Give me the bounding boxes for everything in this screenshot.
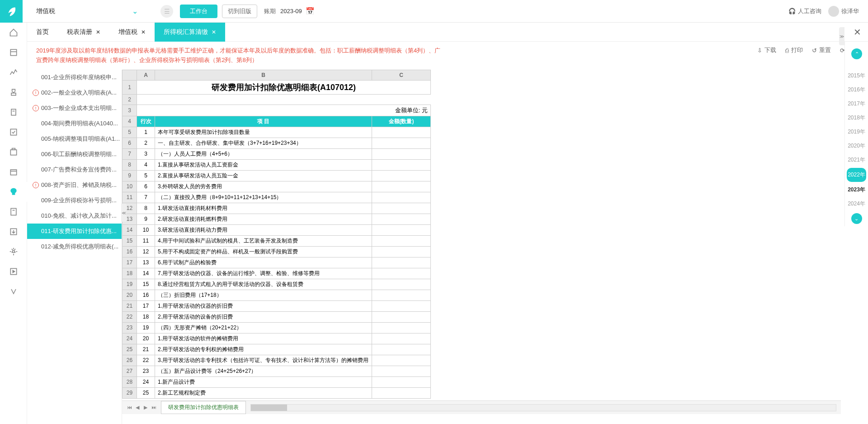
- amount-cell[interactable]: [372, 148, 431, 159]
- close-icon[interactable]: ✕: [141, 29, 146, 35]
- form-list-item[interactable]: 011-研发费用加计扣除优惠...: [27, 224, 122, 239]
- row-header[interactable]: 20: [123, 290, 137, 300]
- year-item[interactable]: 2020年: [845, 139, 868, 153]
- row-header[interactable]: 7: [123, 148, 137, 159]
- col-header[interactable]: B: [155, 70, 372, 80]
- amount-cell[interactable]: [372, 333, 431, 344]
- row-header[interactable]: 16: [123, 246, 137, 257]
- app-logo[interactable]: [0, 0, 23, 23]
- reset-button[interactable]: ↺重置: [812, 46, 831, 54]
- row-header[interactable]: 6: [123, 138, 137, 148]
- amount-cell[interactable]: [372, 387, 431, 398]
- amount-cell[interactable]: [372, 235, 431, 246]
- year-item[interactable]: 2022年: [847, 168, 866, 182]
- tab-home[interactable]: 首页: [27, 23, 58, 42]
- row-header[interactable]: 11: [123, 192, 137, 203]
- sheet-tab-active[interactable]: 研发费用加计扣除优惠明细表: [161, 401, 246, 414]
- year-item[interactable]: 2023年: [845, 183, 868, 197]
- row-header[interactable]: 5: [123, 127, 137, 138]
- tab-tax-list[interactable]: 税表清册✕: [58, 23, 109, 42]
- switch-old-button[interactable]: 切到旧版: [222, 5, 257, 18]
- amount-cell[interactable]: [372, 214, 431, 224]
- row-header[interactable]: 3: [123, 105, 137, 116]
- nav-check-icon[interactable]: [0, 122, 27, 142]
- row-header[interactable]: 14: [123, 224, 137, 235]
- row-header[interactable]: 28: [123, 376, 137, 387]
- col-header[interactable]: A: [137, 70, 155, 80]
- amount-cell[interactable]: [372, 376, 431, 387]
- row-header[interactable]: 1: [123, 80, 137, 94]
- calendar-icon[interactable]: 📅: [306, 7, 315, 15]
- form-list-item[interactable]: !008-资产折旧、摊销及纳税...: [27, 177, 122, 193]
- year-item[interactable]: 2016年: [845, 83, 868, 97]
- row-header[interactable]: 15: [123, 235, 137, 246]
- amount-cell[interactable]: [372, 344, 431, 355]
- download-button[interactable]: ⇩下载: [757, 46, 776, 54]
- nav-play-icon[interactable]: [0, 262, 27, 281]
- amount-cell[interactable]: [372, 138, 431, 148]
- form-list-item[interactable]: 006-职工薪酬纳税调整明细...: [27, 147, 122, 162]
- form-list-item[interactable]: 004-期间费用明细表(A1040...: [27, 116, 122, 131]
- row-header[interactable]: 26: [123, 355, 137, 366]
- form-list-item[interactable]: !002-一般企业收入明细表(A...: [27, 85, 122, 100]
- amount-cell[interactable]: [372, 257, 431, 268]
- row-header[interactable]: 2: [123, 94, 137, 105]
- tab-income-tax[interactable]: 所得税汇算清缴✕: [155, 23, 225, 42]
- year-down-icon[interactable]: ⌄: [851, 213, 862, 224]
- form-list-item[interactable]: 010-免税、减计收入及加计...: [27, 208, 122, 224]
- amount-cell[interactable]: [372, 355, 431, 366]
- form-list-item[interactable]: 005-纳税调整项目明细表(A1...: [27, 131, 122, 147]
- nav-calendar-icon[interactable]: [0, 162, 27, 182]
- year-item[interactable]: 2015年: [845, 69, 868, 83]
- row-header[interactable]: 9: [123, 170, 137, 181]
- nav-settings-icon[interactable]: [0, 242, 27, 262]
- amount-cell[interactable]: [372, 322, 431, 333]
- row-header[interactable]: 27: [123, 366, 137, 376]
- year-item[interactable]: 2024年: [845, 197, 868, 211]
- amount-cell[interactable]: [372, 224, 431, 235]
- amount-cell[interactable]: [372, 366, 431, 376]
- sheet-first-icon[interactable]: ⏮: [126, 405, 133, 410]
- form-list-item[interactable]: !003-一般企业成本支出明细...: [27, 100, 122, 116]
- chevron-down-icon[interactable]: ⌄: [132, 7, 138, 15]
- collapse-right-icon[interactable]: ≫: [839, 27, 844, 45]
- amount-cell[interactable]: [372, 203, 431, 214]
- tab-vat[interactable]: 增值税✕: [109, 23, 155, 42]
- nav-analytics-icon[interactable]: [0, 62, 27, 82]
- year-item[interactable]: 2019年: [845, 125, 868, 139]
- horizontal-scrollbar[interactable]: [250, 404, 836, 411]
- amount-cell[interactable]: [372, 127, 431, 138]
- close-icon[interactable]: ✕: [212, 29, 216, 35]
- collapse-left-icon[interactable]: ≪: [121, 204, 127, 222]
- row-header[interactable]: 18: [123, 268, 137, 279]
- amount-cell[interactable]: [372, 290, 431, 300]
- sheet-last-icon[interactable]: ⏭: [150, 405, 157, 410]
- form-list-item[interactable]: 009-企业所得税弥补亏损明...: [27, 193, 122, 208]
- user-menu[interactable]: 徐泽华: [828, 6, 859, 17]
- nav-money-icon[interactable]: [0, 82, 27, 102]
- amount-cell[interactable]: [372, 159, 431, 170]
- amount-cell[interactable]: [372, 246, 431, 257]
- consult-button[interactable]: 🎧 人工咨询: [788, 7, 821, 15]
- nav-building-icon[interactable]: [0, 142, 27, 162]
- worktable-button[interactable]: 工作台: [180, 5, 217, 18]
- corner-cell[interactable]: [123, 70, 137, 80]
- form-list-item[interactable]: 007-广告费和业务宣传费跨...: [27, 162, 122, 177]
- module-dropdown-label[interactable]: 增值税: [36, 7, 55, 15]
- nav-v-icon[interactable]: [0, 281, 27, 301]
- form-list-item[interactable]: 001-企业所得税年度纳税申...: [27, 70, 122, 85]
- nav-home-icon[interactable]: [0, 23, 27, 43]
- nav-tax-icon[interactable]: [0, 182, 27, 202]
- amount-cell[interactable]: [372, 268, 431, 279]
- row-header[interactable]: 23: [123, 322, 137, 333]
- year-item[interactable]: 2017年: [845, 97, 868, 111]
- row-header[interactable]: 25: [123, 344, 137, 355]
- row-header[interactable]: 17: [123, 257, 137, 268]
- amount-cell[interactable]: [372, 192, 431, 203]
- close-all-tabs-icon[interactable]: ✕: [854, 27, 861, 38]
- row-header[interactable]: 29: [123, 387, 137, 398]
- amount-cell[interactable]: [372, 300, 431, 311]
- amount-cell[interactable]: [372, 311, 431, 322]
- row-header[interactable]: 4: [123, 116, 137, 127]
- year-up-icon[interactable]: ⌃: [851, 48, 862, 59]
